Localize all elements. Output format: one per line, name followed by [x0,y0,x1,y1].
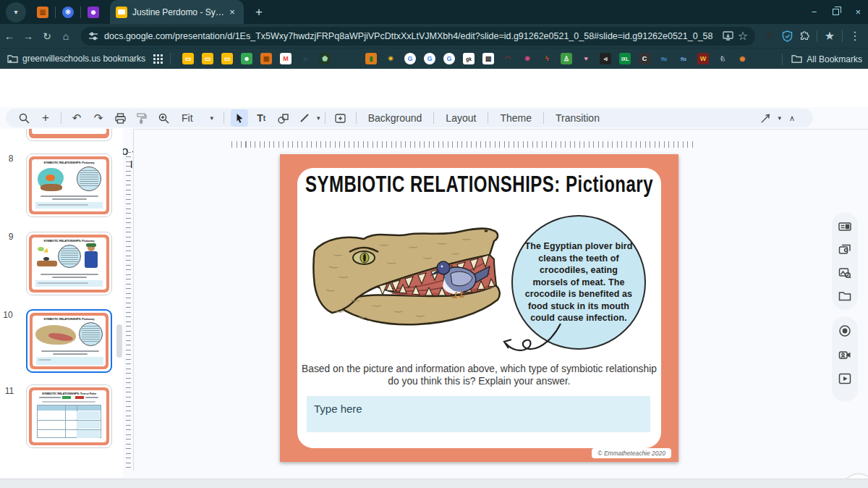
bookmark-dark-lock[interactable]: ⬟ [319,53,331,64]
bookmark-google-1[interactable]: G [404,53,416,64]
slide-editor-page[interactable]: SYMBIOTIC RELATIONSHIPS: Pictionary [280,154,678,462]
slide-10-thumbnail-selected[interactable]: SYMBIOTIC RELATIONSHIPS: Pictionary [26,309,112,373]
zoom-caret-icon[interactable]: ▾ [210,114,214,122]
bookmark-purple-ring[interactable]: ◌ [299,53,311,64]
photo-stack-icon[interactable] [838,243,852,256]
bookmark-dark-arc[interactable]: ◠ [502,53,514,64]
crocodile-plover-illustration[interactable] [307,223,506,353]
shapes-icon[interactable] [274,109,292,127]
bookmarks-folder-icon[interactable] [7,54,18,64]
slide-7-thumbnail-partial[interactable] [26,129,112,141]
minimize-button[interactable]: − [812,7,817,17]
bookmark-walmart[interactable]: ✳ [385,53,396,64]
search-menus-icon[interactable] [15,109,33,127]
video-camera-icon[interactable] [838,348,852,362]
bookmark-gk[interactable]: gk [463,53,475,64]
extensions-puzzle-icon[interactable] [796,30,813,42]
bookmark-orange-pixel[interactable]: ▦ [260,53,272,64]
pinned-extension-star-icon[interactable]: ★ [821,29,838,43]
mini-person-body [85,251,98,268]
bookmark-wf[interactable]: W [697,53,709,64]
image-search-icon[interactable] [838,266,852,279]
pinned-tab-orange[interactable]: ▦ [30,0,55,24]
bookmark-figure[interactable]: ♘ [717,53,728,64]
bookmark-google-2[interactable]: G [424,53,435,64]
bookmark-flo-1[interactable]: flo [658,53,670,64]
browser-menu-icon[interactable]: ⋮ [846,29,864,43]
line-tool-icon[interactable] [296,109,313,127]
new-slide-icon[interactable]: + [37,109,54,127]
collapse-menus-icon[interactable]: ∧ [783,109,801,127]
tab-search-button[interactable]: ▾ [6,2,26,22]
laser-pointer-icon[interactable] [757,109,774,127]
bookmark-flame[interactable]: ϟ [541,53,553,64]
background-button[interactable]: Background [361,111,430,125]
transition-button[interactable]: Transition [548,111,607,125]
pinned-tab-contacts[interactable]: ☻ [81,0,106,24]
bookmark-star-icon[interactable]: ☆ [738,29,748,43]
tab-close-icon[interactable]: × [226,7,238,18]
address-bar[interactable]: docs.google.com/presentation/d/1Es_Tx5Wx… [81,27,755,46]
bookmark-classroom[interactable]: ☻ [241,53,252,64]
apps-grid-icon[interactable] [150,54,166,64]
bookmark-dark-c[interactable]: C [639,53,650,64]
extension-incognito-icon[interactable] [761,30,778,42]
new-tab-button[interactable]: + [250,3,268,22]
bookmark-unity[interactable]: ◃ [600,53,611,64]
bookmark-orange-green[interactable]: ▮ [365,53,377,64]
credit-badge: © Emmatheteachie 2020 [592,448,671,458]
slides-toolbar: + ↶ ↷ Fit ▾ Tt ▾ Background Layout Theme… [6,109,813,127]
text-box-icon[interactable]: Tt [252,109,270,127]
answer-textbox[interactable]: Type here [307,396,650,432]
filmstrip-scrollbar[interactable] [116,324,122,358]
bookmark-pink-bear[interactable]: ♥ [580,53,592,64]
bookmark-google-3[interactable]: G [443,53,455,64]
mini-true-badge [62,396,71,399]
bookmark-printer[interactable]: ▤ [482,53,494,64]
slide-11-thumbnail[interactable]: SYMBIOTIC RELATIONSHIPS: True or False [26,384,112,448]
print-icon[interactable] [111,109,129,127]
folder-icon[interactable] [838,289,852,303]
bookmark-donut[interactable]: ◉ [736,53,748,64]
zoom-icon[interactable] [155,109,172,127]
reload-button[interactable]: ↻ [38,27,56,46]
bookmark-flo-2[interactable]: flo [678,53,689,64]
active-tab[interactable]: Justine Perdomo - Symbiotic R × [110,0,244,24]
redo-icon[interactable]: ↷ [90,109,107,127]
select-tool-icon[interactable] [231,109,248,127]
line-caret-icon[interactable]: ▾ [317,114,320,122]
question-text[interactable]: Based on the picture and information abo… [287,363,671,387]
slide-8-thumbnail[interactable]: SYMBIOTIC RELATIONSHIPS: Pictionary [26,153,112,217]
play-icon[interactable] [838,371,852,386]
site-settings-icon[interactable] [88,31,98,41]
bookmark-bird[interactable]: ❋ [522,53,533,64]
bookmark-slides-2[interactable]: ▭ [202,53,213,64]
back-button[interactable]: ← [0,27,19,46]
mini-table [37,405,101,438]
theme-button[interactable]: Theme [493,111,539,125]
extension-shield-icon[interactable] [778,30,796,42]
bookmark-slides-3[interactable]: ▭ [221,53,233,64]
pinned-tab-hand[interactable]: ❋ [56,0,80,24]
close-button[interactable]: × [855,7,861,17]
pointer-caret-icon[interactable]: ▾ [778,114,781,122]
bookmark-gmail[interactable]: M [280,53,292,64]
all-bookmarks[interactable]: All Bookmarks [778,49,862,70]
install-app-icon[interactable] [723,30,733,41]
slide-9-thumbnail[interactable]: SYMBIOTIC RELATIONSHIPS: Pictionary [26,232,112,295]
bookmark-slides-1[interactable]: ▭ [182,53,194,64]
bookmarks-folder-label[interactable]: greenvilleschools.us bookmarks [22,54,145,64]
home-button[interactable]: ⌂ [56,27,75,46]
bookmark-ixl[interactable]: IXL [619,53,631,64]
insert-placeholder-icon[interactable] [332,109,349,127]
paint-format-icon[interactable] [133,109,150,127]
list-card-icon[interactable] [838,219,852,233]
undo-icon[interactable]: ↶ [68,109,85,127]
forward-button[interactable]: → [19,27,38,46]
slide-title[interactable]: SYMBIOTIC RELATIONSHIPS: Pictionary [280,172,678,198]
layout-button[interactable]: Layout [438,111,483,125]
bookmark-green-char[interactable]: ♙ [561,53,572,64]
record-icon[interactable] [838,324,852,338]
restore-button[interactable] [833,9,839,15]
zoom-select[interactable]: Fit [174,111,200,125]
